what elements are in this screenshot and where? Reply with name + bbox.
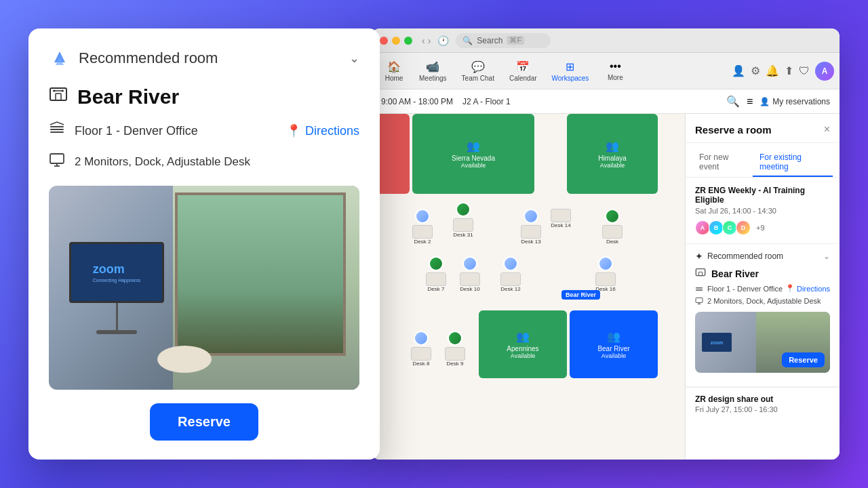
right-panel: Reserve a room × For new event For exist… xyxy=(685,114,840,460)
desk-8-group: Desk 8 xyxy=(411,331,431,367)
user-avatar[interactable]: A xyxy=(815,62,834,81)
close-window-button[interactable] xyxy=(380,37,388,45)
svg-rect-12 xyxy=(698,272,702,275)
apennines-room: 👥 Apennines Available xyxy=(479,310,567,378)
filter-icon[interactable]: ≡ xyxy=(747,96,753,108)
modal-header: Recommended room ⌄ xyxy=(49,47,359,69)
tab-new-event[interactable]: For new event xyxy=(692,148,753,177)
meeting-time: Sat Jul 26, 14:00 - 14:30 xyxy=(695,207,830,215)
attendee-count: +9 xyxy=(756,224,765,232)
search-icon: 🔍 xyxy=(462,36,473,45)
desk-7-avatar xyxy=(429,256,443,271)
panel-chevron[interactable]: ⌄ xyxy=(823,251,830,261)
desk-14-group: Desk 14 xyxy=(551,209,571,228)
teamchat-icon: 💬 xyxy=(471,60,485,73)
desk-12-label: Desk 12 xyxy=(500,286,520,292)
meeting-title: ZR ENG Weekly - AI Training Eligible xyxy=(695,186,830,205)
panel-room-icon xyxy=(695,267,706,280)
modal-chevron[interactable]: ⌄ xyxy=(349,51,359,66)
desk-far-avatar xyxy=(605,209,620,224)
panel-spark-icon: ✦ xyxy=(695,251,703,262)
sierra-nevada-status: Available xyxy=(461,162,486,169)
desk-8-block xyxy=(411,347,431,361)
nav-item-meetings[interactable]: 📹 Meetings xyxy=(412,58,454,85)
settings-icon[interactable]: ⚙ xyxy=(751,64,760,77)
reserve-button[interactable]: Reserve xyxy=(150,403,258,441)
tv-stand-base xyxy=(96,330,137,334)
svg-rect-2 xyxy=(56,94,61,100)
nav-item-teamchat[interactable]: 💬 Team Chat xyxy=(455,58,501,85)
svg-rect-13 xyxy=(696,287,703,288)
attendee-1: A xyxy=(695,220,710,235)
desk-2-block xyxy=(412,225,433,239)
desk-7-label: Desk 7 xyxy=(428,286,445,292)
modal-title: Recommended room xyxy=(79,49,218,67)
location-text: Floor 1 - Denver Office xyxy=(75,124,198,138)
meeting-card: ZR ENG Weekly - AI Training Eligible Sat… xyxy=(686,178,840,244)
attendee-4: D xyxy=(736,220,751,235)
location-left: Floor 1 - Denver Office xyxy=(49,121,198,141)
tv-stand-pole xyxy=(116,303,118,330)
nav-item-more[interactable]: ••• More xyxy=(598,58,632,84)
minimize-window-button[interactable] xyxy=(392,37,400,45)
room-icon xyxy=(49,85,68,108)
recommended-header: ✦ Recommended room ⌄ xyxy=(695,251,830,262)
panel-reserve-button[interactable]: Reserve xyxy=(782,352,825,367)
nav-item-calendar[interactable]: 📅 Calendar xyxy=(502,58,544,85)
panel-amenities: 2 Monitors, Dock, Adjustable Desk xyxy=(695,297,830,305)
search-sub-icon[interactable]: 🔍 xyxy=(726,95,740,108)
nav-item-home[interactable]: 🏠 Home xyxy=(377,58,411,85)
svg-rect-0 xyxy=(50,88,66,100)
tv-screen: zoom Connecting Happiness xyxy=(69,242,164,303)
desk-31-block xyxy=(453,218,473,232)
amenities-row: 2 Monitors, Dock, Adjustable Desk xyxy=(49,152,359,172)
desk-far-block xyxy=(602,225,623,239)
desk-2-group: Desk 2 xyxy=(412,209,433,245)
desk-far-group: Desk xyxy=(602,209,623,245)
himalaya-name: Himalaya xyxy=(598,155,627,162)
kbd-shortcut: ⌘F xyxy=(507,36,524,45)
desk-2-avatar xyxy=(415,209,430,224)
maximize-window-button[interactable] xyxy=(404,37,412,45)
apennines-icon: 👥 xyxy=(516,330,530,343)
back-arrow[interactable]: ‹ xyxy=(422,35,425,46)
search-bar[interactable]: 🔍 Search ⌘F xyxy=(456,33,551,48)
svg-rect-16 xyxy=(696,298,703,303)
upgrade-icon[interactable]: ⬆ xyxy=(785,64,793,77)
profile-icon[interactable]: 👤 xyxy=(732,64,745,77)
close-panel-button[interactable]: × xyxy=(824,123,830,136)
bear-river-label: Bear River xyxy=(561,290,600,300)
notifications-icon[interactable]: 🔔 xyxy=(766,64,779,77)
svg-rect-14 xyxy=(696,289,703,289)
himalaya-room: 👥 Himalaya Available xyxy=(567,114,658,194)
forward-arrow[interactable]: › xyxy=(428,35,431,46)
room-name-row: Bear River xyxy=(49,85,359,108)
tab-existing-meeting[interactable]: For existing meeting xyxy=(753,148,833,177)
nav-label-meetings: Meetings xyxy=(419,75,447,82)
desk-7-block xyxy=(426,272,446,286)
desk-10-group: Desk 10 xyxy=(460,256,480,292)
desk-9-label: Desk 9 xyxy=(447,361,464,367)
nav-item-workspaces[interactable]: ⊞ Workspaces xyxy=(545,58,596,85)
room-table xyxy=(157,346,212,373)
panel-directions-link[interactable]: 📍 Directions xyxy=(785,284,830,293)
shield-icon[interactable]: 🛡 xyxy=(799,65,810,77)
my-reservations-btn[interactable]: 👤 My reservations xyxy=(760,97,830,106)
reserve-room-title: Reserve a room xyxy=(695,124,772,136)
zoom-app-window: ‹ › 🕐 🔍 Search ⌘F 🏠 Home 📹 Meetings 💬 Te… xyxy=(372,28,840,460)
history-icon[interactable]: 🕐 xyxy=(437,35,449,46)
sub-bar: 9:00 AM - 18:00 PM J2 A - Floor 1 🔍 ≡ 👤 … xyxy=(372,89,840,114)
desk-8-avatar xyxy=(414,331,429,346)
attendees-row: A B C D +9 xyxy=(695,220,830,235)
svg-point-4 xyxy=(62,90,64,92)
desk-16-avatar xyxy=(598,256,613,271)
desk-12-block xyxy=(500,272,521,286)
desk-12-avatar xyxy=(503,256,518,271)
directions-link[interactable]: 📍 Directions xyxy=(286,123,359,138)
nav-label-teamchat: Team Chat xyxy=(462,75,494,82)
room-image: zoom Connecting Happiness xyxy=(49,186,359,390)
svg-rect-8 xyxy=(50,154,64,163)
nav-right: 👤 ⚙ 🔔 ⬆ 🛡 A xyxy=(732,62,834,81)
sierra-nevada-name: Sierra Nevada xyxy=(452,155,495,162)
floor-location: J2 A - Floor 1 xyxy=(462,97,511,106)
